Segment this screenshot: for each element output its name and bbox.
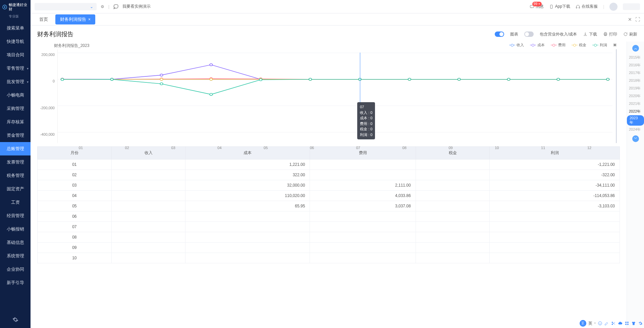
year-item[interactable]: 2020年 <box>627 92 644 100</box>
year-item[interactable]: 2023年 <box>627 115 644 126</box>
avatar[interactable] <box>609 3 618 11</box>
svg-rect-3 <box>550 5 552 8</box>
close-icon[interactable]: × <box>88 17 91 22</box>
sidebar-item-8[interactable]: 资金管理 <box>0 129 31 142</box>
sidebar-item-17[interactable]: 系统管理 <box>0 249 31 263</box>
sidebar-item-1[interactable]: 快捷导航 <box>0 35 31 48</box>
sidebar-item-3[interactable]: 零售管理▾ <box>0 62 31 75</box>
sidebar-item-6[interactable]: 采购管理 <box>0 102 31 115</box>
legend-mark <box>572 44 578 47</box>
legend-expand-icon[interactable]: ▣ <box>613 43 616 48</box>
ime-grid-icon[interactable] <box>625 321 629 326</box>
sidebar-settings[interactable] <box>0 313 31 328</box>
year-item[interactable]: 2024年 <box>627 126 644 133</box>
sidebar-item-4[interactable]: 批发管理▾ <box>0 75 31 88</box>
gear-icon[interactable]: ⚙ <box>101 4 104 9</box>
cell-month: 10 <box>38 253 112 263</box>
svg-point-27 <box>160 74 163 76</box>
year-item[interactable]: 2016年 <box>627 61 644 69</box>
svg-rect-79 <box>627 322 629 323</box>
cell-cost: 1,221.00 <box>185 159 310 170</box>
cell-expense: 4,033.86 <box>310 191 416 201</box>
cell-profit <box>490 243 620 253</box>
ime-edit-icon[interactable] <box>604 321 609 326</box>
fullscreen-button[interactable]: ⛶ <box>635 17 640 22</box>
year-item[interactable]: 2019年 <box>627 84 644 92</box>
messages-button[interactable]: 消息 99 + <box>530 4 544 9</box>
cell-month: 04 <box>38 191 112 201</box>
sidebar-item-5[interactable]: 小畅电商 <box>0 88 31 102</box>
download-button[interactable]: 下载 <box>583 31 597 37</box>
sidebar-item-15[interactable]: 小畅报销 <box>0 222 31 236</box>
brand-name: 畅捷通好业财 <box>9 3 29 11</box>
sidebar-item-0[interactable]: 搜索菜单 <box>0 21 31 35</box>
sidebar-item-7[interactable]: 库存核算 <box>0 115 31 129</box>
user-menu[interactable] <box>623 3 640 10</box>
ime-smile-icon[interactable] <box>598 321 602 326</box>
cell-tax <box>416 211 490 222</box>
main: ⌄ ⚙ | 💭 我要看实例演示 消息 99 + App下载 在线客服 | <box>31 0 644 328</box>
year-item[interactable]: 2022年 <box>627 108 644 115</box>
brand-edition: 专业版 <box>0 14 31 21</box>
sidebar-item-11[interactable]: 税务管理 <box>0 169 31 182</box>
legend-item[interactable]: 税金 <box>572 43 586 48</box>
svg-point-28 <box>210 64 212 66</box>
year-down-button[interactable]: ︾ <box>632 135 639 142</box>
cell-income <box>111 243 185 253</box>
legend-item[interactable]: 费用 <box>551 43 566 48</box>
speech-icon: 💭 <box>113 4 118 9</box>
sidebar-item-10[interactable]: 发票管理 <box>0 155 31 169</box>
ime-main-icon[interactable]: 王 <box>580 320 586 327</box>
ime-cloud-icon[interactable] <box>618 321 623 326</box>
cell-month: 08 <box>38 232 112 243</box>
svg-point-71 <box>557 78 559 80</box>
year-item[interactable]: 2015年 <box>627 54 644 61</box>
ime-lang[interactable]: 英 <box>588 321 592 326</box>
legend-item[interactable]: 成本 <box>530 43 545 48</box>
close-tabs-button[interactable]: ✕ <box>628 17 632 22</box>
include-toggle[interactable] <box>524 31 534 37</box>
year-up-button[interactable]: ︽ <box>632 45 639 52</box>
sidebar-item-13[interactable]: 工资 <box>0 196 31 209</box>
svg-point-63 <box>160 83 163 85</box>
year-item[interactable]: 2021年 <box>627 100 644 108</box>
sidebar-item-18[interactable]: 企业协同 <box>0 263 31 276</box>
service-button[interactable]: 在线客服 <box>576 4 598 9</box>
demo-link[interactable]: 我要看实例演示 <box>122 4 151 9</box>
sidebar-item-9[interactable]: 总账管理 <box>0 142 31 155</box>
org-selector[interactable]: ⌄ <box>35 3 97 10</box>
legend-item[interactable]: 利润 <box>592 43 607 48</box>
year-item[interactable]: 2018年 <box>627 77 644 84</box>
app-download-button[interactable]: App下载 <box>549 4 570 9</box>
cell-month: 02 <box>38 170 112 180</box>
x-tick: 08 <box>381 146 428 150</box>
ime-scissors-icon[interactable] <box>611 321 616 326</box>
headset-icon <box>576 4 580 9</box>
svg-rect-80 <box>625 324 627 325</box>
ime-settings-icon[interactable] <box>638 321 643 326</box>
svg-point-75 <box>600 323 601 323</box>
sidebar-item-2[interactable]: 项目合同 <box>0 48 31 62</box>
sidebar-item-12[interactable]: 固定资产 <box>0 182 31 196</box>
chart-scroll-handle[interactable] <box>616 49 620 143</box>
table-row: 08 <box>38 232 620 243</box>
sidebar-item-14[interactable]: 经营管理 <box>0 209 31 222</box>
sidebar-item-19[interactable]: 新手引导 <box>0 276 31 289</box>
year-item[interactable]: 2017年 <box>627 69 644 77</box>
svg-rect-8 <box>605 35 606 36</box>
chart-toggle[interactable] <box>495 31 504 37</box>
sidebar-item-16[interactable]: 基础信息 <box>0 236 31 249</box>
tab-report[interactable]: 财务利润报告 × <box>55 14 95 24</box>
legend-item[interactable]: 收入 <box>509 43 524 48</box>
print-icon <box>603 32 608 37</box>
cell-cost <box>185 211 310 222</box>
tab-home[interactable]: 首页 <box>35 14 53 24</box>
table-row: 05 65.95 3,037.08 -3,103.03 <box>38 201 620 211</box>
chart-toggle-label: 图表 <box>510 31 518 37</box>
ime-shirt-icon[interactable] <box>631 321 636 326</box>
refresh-button[interactable]: 刷新 <box>623 31 637 37</box>
cell-tax <box>416 170 490 180</box>
print-button[interactable]: 打印 <box>603 31 617 37</box>
y-tick: -400,000 <box>37 132 55 136</box>
chevron-down-icon: ⌄ <box>90 4 93 9</box>
